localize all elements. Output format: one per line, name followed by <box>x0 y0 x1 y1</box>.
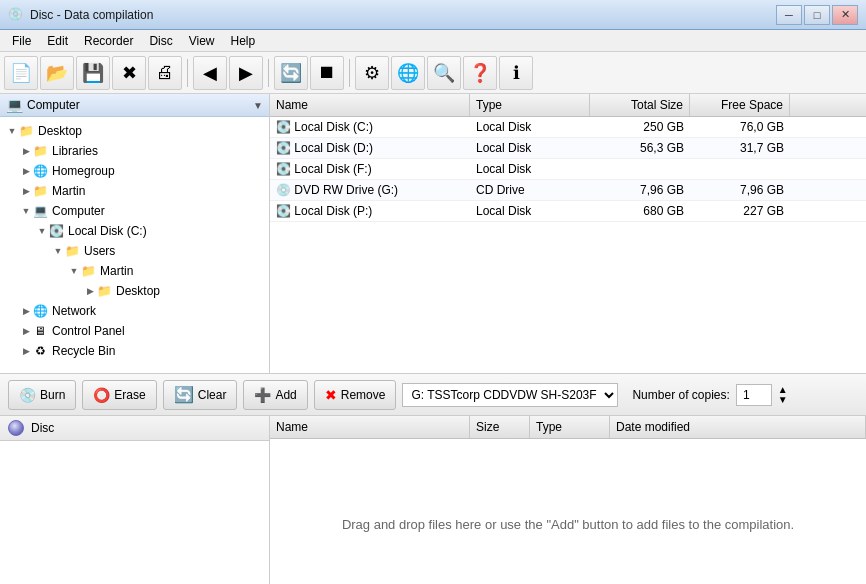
table-row[interactable]: 💽 Local Disk (F:) Local Disk <box>270 159 866 180</box>
print-icon: 🖨 <box>156 62 174 83</box>
expand-arrow-11[interactable]: ▶ <box>20 345 32 357</box>
comp-col-date[interactable]: Date modified <box>610 416 866 438</box>
expand-arrow-8[interactable]: ▶ <box>84 285 96 297</box>
toolbar-new-button[interactable]: 📄 <box>4 56 38 90</box>
tree-dropdown[interactable]: 💻 Computer ▼ <box>0 94 269 117</box>
toolbar-print-button[interactable]: 🖨 <box>148 56 182 90</box>
tree-icon-1: 📁 <box>32 143 48 159</box>
tree-item-3[interactable]: ▶📁Martin <box>4 181 265 201</box>
drive-select[interactable]: G: TSSTcorp CDDVDW SH-S203F <box>402 383 618 407</box>
toolbar-info-button[interactable]: ℹ <box>499 56 533 90</box>
menu-item-file[interactable]: File <box>4 32 39 50</box>
tree-item-7[interactable]: ▼📁Martin <box>4 261 265 281</box>
col-header-free[interactable]: Free Space <box>690 94 790 116</box>
expand-arrow-1[interactable]: ▶ <box>20 145 32 157</box>
search-icon: 🔍 <box>433 62 455 84</box>
file-cell-free-2 <box>690 166 790 172</box>
toolbar-delete-button[interactable]: ✖ <box>112 56 146 90</box>
open-icon: 📂 <box>46 62 68 84</box>
file-icon-2: 💽 <box>276 162 291 176</box>
col-header-size[interactable]: Total Size <box>590 94 690 116</box>
file-cell-type-2: Local Disk <box>470 159 590 179</box>
file-cell-type-0: Local Disk <box>470 117 590 137</box>
tree-item-10[interactable]: ▶🖥Control Panel <box>4 321 265 341</box>
toolbar-search-button[interactable]: 🔍 <box>427 56 461 90</box>
computer-icon: 💻 <box>6 97 23 113</box>
toolbar: 📄📂💾✖🖨◀▶🔄⏹⚙🌐🔍❓ℹ <box>0 52 866 94</box>
add-label: Add <box>275 388 296 402</box>
file-cell-name-0: 💽 Local Disk (C:) <box>270 117 470 137</box>
stop-icon: ⏹ <box>318 62 336 83</box>
menu-bar: FileEditRecorderDiscViewHelp <box>0 30 866 52</box>
toolbar-refresh-button[interactable]: 🔄 <box>274 56 308 90</box>
toolbar-settings-button[interactable]: ⚙ <box>355 56 389 90</box>
col-header-type[interactable]: Type <box>470 94 590 116</box>
menu-item-recorder[interactable]: Recorder <box>76 32 141 50</box>
table-row[interactable]: 💿 DVD RW Drive (G:) CD Drive 7,96 GB 7,9… <box>270 180 866 201</box>
table-row[interactable]: 💽 Local Disk (D:) Local Disk 56,3 GB 31,… <box>270 138 866 159</box>
toolbar-network-button[interactable]: 🌐 <box>391 56 425 90</box>
menu-item-view[interactable]: View <box>181 32 223 50</box>
remove-button[interactable]: ✖ Remove <box>314 380 397 410</box>
tree-dropdown-label: Computer <box>27 98 249 112</box>
tree-item-1[interactable]: ▶📁Libraries <box>4 141 265 161</box>
erase-button[interactable]: ⭕ Erase <box>82 380 156 410</box>
menu-item-help[interactable]: Help <box>223 32 264 50</box>
file-icon-0: 💽 <box>276 120 291 134</box>
comp-drop-area: Drag and drop files here or use the "Add… <box>270 439 866 584</box>
expand-arrow-5[interactable]: ▼ <box>36 225 48 237</box>
menu-item-disc[interactable]: Disc <box>141 32 180 50</box>
toolbar-stop-button[interactable]: ⏹ <box>310 56 344 90</box>
tree-item-6[interactable]: ▼📁Users <box>4 241 265 261</box>
expand-arrow-6[interactable]: ▼ <box>52 245 64 257</box>
toolbar-back-button[interactable]: ◀ <box>193 56 227 90</box>
table-row[interactable]: 💽 Local Disk (P:) Local Disk 680 GB 227 … <box>270 201 866 222</box>
expand-arrow-0[interactable]: ▼ <box>6 125 18 137</box>
copies-down-arrow[interactable]: ▼ <box>778 395 788 405</box>
info-icon: ℹ <box>513 62 520 84</box>
disc-icon <box>8 420 24 436</box>
toolbar-forward-button[interactable]: ▶ <box>229 56 263 90</box>
file-cell-name-1: 💽 Local Disk (D:) <box>270 138 470 158</box>
tree-item-0[interactable]: ▼📁Desktop <box>4 121 265 141</box>
tree-icon-6: 📁 <box>64 243 80 259</box>
expand-arrow-10[interactable]: ▶ <box>20 325 32 337</box>
toolbar-help-button[interactable]: ❓ <box>463 56 497 90</box>
close-button[interactable]: ✕ <box>832 5 858 25</box>
add-icon: ➕ <box>254 387 271 403</box>
col-header-name[interactable]: Name <box>270 94 470 116</box>
expand-arrow-7[interactable]: ▼ <box>68 265 80 277</box>
table-row[interactable]: 💽 Local Disk (C:) Local Disk 250 GB 76,0… <box>270 117 866 138</box>
tree-item-11[interactable]: ▶♻Recycle Bin <box>4 341 265 361</box>
tree-label-7: Martin <box>100 264 133 278</box>
comp-col-size[interactable]: Size <box>470 416 530 438</box>
copies-label: Number of copies: <box>632 388 729 402</box>
toolbar-save-button[interactable]: 💾 <box>76 56 110 90</box>
tree-item-4[interactable]: ▼💻Computer <box>4 201 265 221</box>
clear-button[interactable]: 🔄 Clear <box>163 380 238 410</box>
copies-up-arrow[interactable]: ▲ <box>778 385 788 395</box>
tree-item-9[interactable]: ▶🌐Network <box>4 301 265 321</box>
expand-arrow-2[interactable]: ▶ <box>20 165 32 177</box>
add-button[interactable]: ➕ Add <box>243 380 307 410</box>
settings-icon: ⚙ <box>364 62 380 84</box>
maximize-button[interactable]: □ <box>804 5 830 25</box>
tree-label-3: Martin <box>52 184 85 198</box>
expand-arrow-9[interactable]: ▶ <box>20 305 32 317</box>
tree-item-2[interactable]: ▶🌐Homegroup <box>4 161 265 181</box>
tree-item-8[interactable]: ▶📁Desktop <box>4 281 265 301</box>
copies-input[interactable] <box>736 384 772 406</box>
comp-col-name[interactable]: Name <box>270 416 470 438</box>
file-cell-free-1: 31,7 GB <box>690 138 790 158</box>
tree-item-5[interactable]: ▼💽Local Disk (C:) <box>4 221 265 241</box>
tree-content: ▼📁Desktop▶📁Libraries▶🌐Homegroup▶📁Martin▼… <box>0 117 269 373</box>
minimize-button[interactable]: ─ <box>776 5 802 25</box>
separator-separator1 <box>187 59 188 87</box>
menu-item-edit[interactable]: Edit <box>39 32 76 50</box>
burn-button[interactable]: 💿 Burn <box>8 380 76 410</box>
expand-arrow-4[interactable]: ▼ <box>20 205 32 217</box>
expand-arrow-3[interactable]: ▶ <box>20 185 32 197</box>
toolbar-open-button[interactable]: 📂 <box>40 56 74 90</box>
refresh-icon: 🔄 <box>280 62 302 84</box>
comp-col-type[interactable]: Type <box>530 416 610 438</box>
